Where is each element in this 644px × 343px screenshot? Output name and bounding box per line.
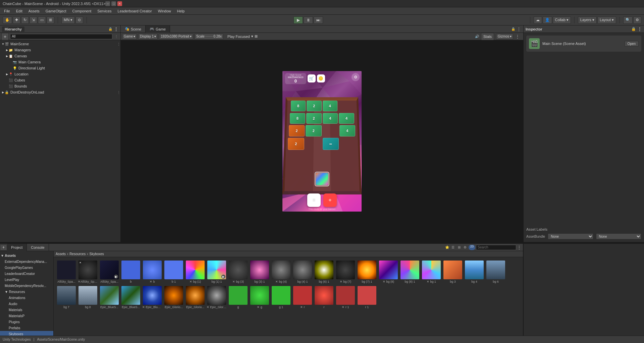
asset-bg7-1[interactable]: bg (7) 1 bbox=[357, 260, 377, 284]
asset-bundle-dropdown-1[interactable]: None bbox=[548, 233, 593, 239]
tab-inspector[interactable]: Inspector bbox=[526, 27, 542, 31]
asset-g2[interactable]: ✕ g bbox=[250, 285, 270, 309]
asset-bg8[interactable]: ✕ bg (8) bbox=[378, 260, 398, 284]
hierarchy-add-button[interactable]: + bbox=[1, 33, 9, 40]
transform-tool[interactable]: ⊞ bbox=[47, 16, 54, 24]
asset-bg6-solo[interactable]: bg 6 bbox=[486, 260, 506, 284]
hierarchy-search-input[interactable] bbox=[10, 34, 112, 39]
settings-button[interactable]: ⚙ bbox=[633, 16, 641, 24]
project-more-icon[interactable]: ⋮ bbox=[517, 245, 522, 250]
inspector-lock-icon[interactable]: 🔒 bbox=[631, 27, 636, 31]
tree-mobiledep[interactable]: MobileDependencyResolv... bbox=[0, 283, 53, 289]
center-btn[interactable]: ⊙ bbox=[75, 16, 83, 24]
tree-audio[interactable]: Audio bbox=[0, 301, 53, 307]
display-dropdown[interactable]: Display 1 ▾ bbox=[138, 34, 158, 40]
menu-component[interactable]: Component bbox=[69, 8, 94, 14]
menu-file[interactable]: File bbox=[1, 8, 13, 14]
tree-skyboxes[interactable]: Skyboxes bbox=[0, 331, 53, 336]
asset-bg3-1[interactable]: bg (3) 1 bbox=[250, 260, 270, 284]
hierarchy-item-main-camera[interactable]: 📷 Main Camera bbox=[0, 59, 120, 65]
game-dropdown[interactable]: Game ▾ bbox=[122, 34, 137, 40]
asset-bg3-solo[interactable]: bg 3 bbox=[443, 260, 463, 284]
hierarchy-item-dontdestroy[interactable]: ▶ 🔒 DontDestroyOnLoad ⋮ bbox=[0, 89, 120, 95]
tree-materials[interactable]: Materials bbox=[0, 307, 53, 313]
tab-scene[interactable]: 🎭 Scene bbox=[121, 25, 146, 33]
tree-animations[interactable]: Animations bbox=[0, 295, 53, 301]
stats-button[interactable]: Stats bbox=[481, 33, 494, 40]
close-button[interactable]: ✕ bbox=[117, 1, 122, 6]
asset-r1[interactable]: ✕ r bbox=[292, 285, 313, 309]
scale-control[interactable]: Scale ──── 0.28x bbox=[195, 34, 223, 40]
project-favorites-icon[interactable]: ⭐ bbox=[444, 245, 450, 250]
collab-button[interactable]: Collab ▾ bbox=[553, 16, 571, 24]
tree-levelplay[interactable]: LevelPlay bbox=[0, 277, 53, 283]
hierarchy-item-options[interactable]: ⋮ bbox=[117, 42, 120, 46]
menu-services[interactable]: Services bbox=[95, 8, 114, 14]
maximize-game-icon[interactable]: ⊞ bbox=[255, 34, 258, 39]
tab-hierarchy[interactable]: Hierarchy bbox=[2, 26, 24, 32]
tree-item-assets[interactable]: ▼ Assets bbox=[0, 252, 53, 259]
menu-gameobject[interactable]: GameObject bbox=[43, 8, 69, 14]
hierarchy-item-cubes[interactable]: ⬛ Cubes bbox=[0, 77, 120, 83]
project-list-icon[interactable]: ☰ bbox=[450, 245, 456, 250]
game-view-more[interactable]: ⋮ bbox=[515, 34, 520, 39]
tree-leaderboard[interactable]: LeaderboardCreator bbox=[0, 271, 53, 277]
inspector-more-icon[interactable]: ⋮ bbox=[637, 26, 642, 32]
menu-edit[interactable]: Edit bbox=[13, 8, 25, 14]
asset-bg1-solo[interactable]: ✕ bg 1 bbox=[421, 260, 441, 284]
step-button[interactable]: ⏭ bbox=[314, 16, 323, 24]
tab-project[interactable]: Project bbox=[7, 244, 27, 251]
asset-bg8-solo[interactable]: bg 8 bbox=[78, 285, 98, 309]
tab-game[interactable]: 🎮 Game bbox=[146, 25, 170, 33]
asset-epic-glorio3[interactable]: ✕ Epic_Glorio... bbox=[207, 285, 227, 309]
layout-button[interactable]: Layout ▾ bbox=[597, 16, 616, 24]
menu-window[interactable]: Window bbox=[155, 8, 174, 14]
tree-googleplay[interactable]: GooglePlayGames bbox=[0, 265, 53, 271]
asset-allsky1[interactable]: AllSky_Spa... bbox=[56, 260, 76, 284]
tree-prefabs[interactable]: Prefabs bbox=[0, 325, 53, 331]
asset-allsky3[interactable]: ▶ AllSky_Spa... bbox=[99, 260, 119, 284]
asset-bundle-dropdown-2[interactable]: None bbox=[596, 233, 641, 239]
asset-b1[interactable]: b bbox=[121, 260, 141, 284]
hierarchy-options-icon[interactable]: ⋮ bbox=[114, 34, 119, 39]
tab-console[interactable]: Console bbox=[27, 244, 49, 251]
add-asset-button[interactable]: + bbox=[0, 244, 7, 250]
asset-bg3[interactable]: ✕ bg (3) bbox=[228, 260, 248, 284]
asset-bg7[interactable]: ✕ bg (7) bbox=[335, 260, 356, 284]
hierarchy-item-canvas[interactable]: ▶ 📋 Canvas bbox=[0, 53, 120, 59]
hierarchy-item-managers[interactable]: ▶ 📁 Managers bbox=[0, 47, 120, 53]
asset-epic-glorio1[interactable]: Epic_Glorio... bbox=[164, 285, 184, 309]
asset-allsky2[interactable]: ✕ ✕AllSky_Spa... bbox=[78, 260, 98, 284]
asset-bg4[interactable]: ✕ bg (4) bbox=[271, 260, 291, 284]
asset-b2[interactable]: ✕ b bbox=[142, 260, 162, 284]
search-button[interactable]: 🔍 bbox=[623, 16, 633, 24]
project-grid-icon[interactable]: ⊞ bbox=[457, 245, 462, 250]
rect-tool[interactable]: ▭ bbox=[38, 16, 46, 24]
hand-tool[interactable]: ✋ bbox=[3, 16, 12, 24]
tree-materialsp[interactable]: MaterialsP bbox=[0, 313, 53, 319]
asset-bg8-1[interactable]: bg (8) 1 bbox=[400, 260, 420, 284]
menu-leaderboard[interactable]: Leaderboard Creator bbox=[115, 8, 155, 14]
move-tool[interactable]: ✚ bbox=[13, 16, 20, 24]
mute-icon[interactable]: 🔊 bbox=[475, 35, 479, 38]
layers-button[interactable]: Layers ▾ bbox=[578, 16, 597, 24]
hierarchy-lock-icon[interactable]: 🔒 bbox=[108, 26, 113, 32]
pause-button[interactable]: ⏸ bbox=[304, 16, 313, 24]
center-lock-icon[interactable]: 🔒 bbox=[511, 26, 516, 32]
hierarchy-item-bounds[interactable]: ⬛ Bounds bbox=[0, 83, 120, 89]
asset-g1-1[interactable]: g 1 bbox=[271, 285, 291, 309]
scale-tool[interactable]: ⇲ bbox=[30, 16, 37, 24]
hierarchy-more-icon[interactable]: ⋮ bbox=[114, 26, 118, 32]
gizmos-dropdown[interactable]: Gizmos ▾ bbox=[496, 34, 513, 40]
maximize-button[interactable]: □ bbox=[111, 1, 116, 6]
asset-bg4-solo[interactable]: bg 4 bbox=[464, 260, 484, 284]
asset-r1-2[interactable]: r 1 bbox=[357, 285, 377, 309]
cloud-button[interactable]: ☁ bbox=[534, 16, 542, 24]
tree-plugins[interactable]: Plugins bbox=[0, 319, 53, 325]
asset-bg7-solo[interactable]: bg 7 bbox=[56, 285, 76, 309]
play-button[interactable]: ▶ bbox=[293, 16, 303, 24]
asset-g1[interactable]: g bbox=[228, 285, 248, 309]
tree-resources[interactable]: ▼ Resources bbox=[0, 289, 53, 295]
rotate-tool[interactable]: ↻ bbox=[21, 16, 29, 24]
asset-r1-1[interactable]: ✕ r 1 bbox=[335, 285, 356, 309]
